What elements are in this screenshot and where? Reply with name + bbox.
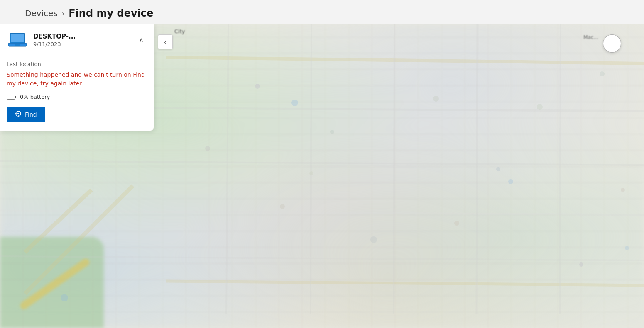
- last-location-label: Last location: [7, 61, 147, 67]
- svg-line-10: [560, 24, 561, 314]
- find-button[interactable]: Find: [7, 107, 45, 122]
- svg-line-5: [166, 281, 644, 285]
- breadcrumb: Devices › Find my device: [0, 0, 644, 24]
- svg-point-37: [17, 113, 19, 114]
- find-button-icon: [15, 110, 22, 119]
- svg-point-13: [255, 84, 260, 89]
- zoom-in-button[interactable]: +: [603, 34, 621, 53]
- breadcrumb-chevron-icon: ›: [62, 10, 64, 17]
- svg-rect-33: [15, 44, 20, 46]
- svg-point-26: [291, 100, 298, 106]
- svg-point-29: [625, 246, 629, 250]
- svg-line-9: [477, 24, 477, 314]
- svg-point-19: [454, 221, 459, 226]
- svg-line-0: [166, 57, 644, 63]
- device-name-label: DESKTOP-...: [33, 33, 76, 40]
- svg-rect-35: [15, 96, 16, 98]
- svg-point-23: [205, 146, 210, 151]
- svg-point-24: [600, 71, 605, 76]
- svg-line-3: [0, 211, 644, 215]
- svg-point-21: [579, 262, 583, 267]
- svg-point-20: [537, 104, 543, 110]
- svg-line-2: [0, 161, 644, 165]
- svg-point-16: [496, 167, 500, 171]
- device-header: DESKTOP-... 9/11/2023 ∧: [0, 24, 154, 53]
- svg-line-7: [311, 24, 311, 314]
- map-city-label: City: [174, 28, 185, 34]
- svg-point-18: [370, 236, 377, 243]
- svg-point-28: [61, 294, 68, 301]
- battery-row: 0% battery: [7, 94, 147, 100]
- collapse-panel-button[interactable]: ‹: [158, 34, 173, 49]
- svg-point-17: [280, 204, 285, 209]
- map-right-label: Mac...: [583, 34, 598, 40]
- battery-text: 0% battery: [20, 94, 50, 100]
- device-date-label: 9/11/2023: [33, 41, 76, 47]
- device-header-left: DESKTOP-... 9/11/2023: [7, 32, 76, 48]
- laptop-icon: [7, 32, 27, 47]
- breadcrumb-current-page: Find my device: [69, 7, 153, 19]
- svg-line-6: [226, 24, 228, 314]
- svg-line-8: [394, 24, 394, 314]
- panel-collapse-toggle[interactable]: ∧: [135, 34, 147, 46]
- svg-line-4: [0, 256, 644, 260]
- error-message: Something happened and we can't turn on …: [7, 70, 147, 88]
- svg-point-14: [330, 130, 334, 134]
- svg-rect-34: [7, 95, 15, 99]
- breadcrumb-devices-link[interactable]: Devices: [25, 8, 58, 18]
- svg-line-11: [25, 190, 91, 252]
- svg-point-22: [309, 171, 313, 175]
- map-container: City Mac... + ‹: [0, 24, 644, 328]
- svg-point-27: [508, 179, 513, 184]
- svg-point-25: [621, 188, 625, 192]
- device-body: Last location Something happened and we …: [0, 53, 154, 122]
- battery-icon: [7, 94, 17, 100]
- device-name-date: DESKTOP-... 9/11/2023: [33, 33, 76, 47]
- device-info-panel: DESKTOP-... 9/11/2023 ∧ Last location So…: [0, 24, 154, 131]
- find-button-label: Find: [25, 111, 37, 118]
- svg-point-15: [433, 96, 439, 102]
- svg-rect-31: [11, 34, 24, 42]
- device-icon-wrap: [7, 32, 28, 48]
